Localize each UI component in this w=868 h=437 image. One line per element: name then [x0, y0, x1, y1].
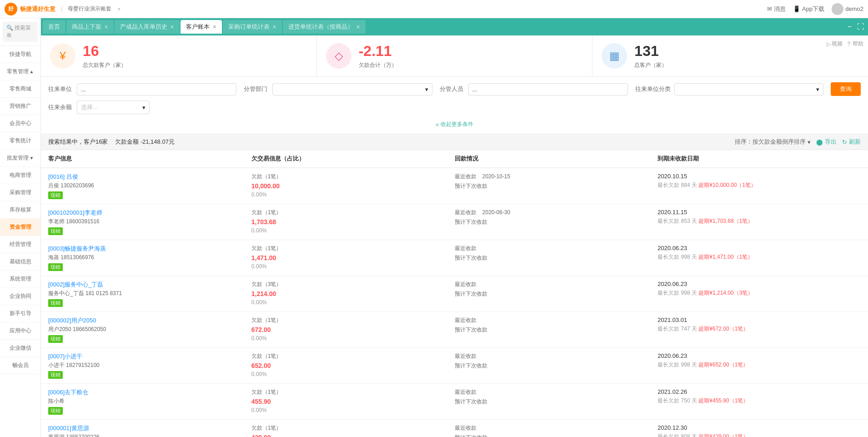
video-icon: ▷	[827, 41, 831, 47]
sidebar-item-batch-mgmt[interactable]: 批发管理 ▼	[0, 150, 40, 167]
overdue-detail-link[interactable]: 超期¥455.90（1笔）	[698, 397, 748, 404]
sidebar-item-label: 应用中心	[3, 327, 38, 335]
customer-name-link[interactable]: [0007]小进干	[48, 353, 82, 360]
tab-actions: − ⛶	[846, 22, 866, 32]
stat-value-total: 131	[634, 43, 667, 60]
search-button[interactable]: 查询	[831, 82, 861, 96]
sidebar-item-ecommerce[interactable]: 电商管理	[0, 167, 40, 184]
tab-production-history[interactable]: 产成品入库单历史 ✕	[115, 20, 180, 34]
stat-label-amount: 欠款合计（万）	[359, 61, 397, 69]
sidebar-item-retail-mall[interactable]: 零售商城	[0, 80, 40, 98]
tab-customer-account[interactable]: 客户账本 ✕	[181, 20, 222, 34]
sort-label: 排序：按欠款金额倒序排序	[735, 138, 806, 146]
overdue-detail-link[interactable]: 超期¥672.00（1笔）	[698, 326, 748, 332]
tab-minimize-btn[interactable]: −	[846, 22, 853, 32]
from-unit-input[interactable]: ...	[77, 83, 236, 95]
user-avatar-btn[interactable]: demo2	[832, 3, 863, 15]
sidebar-item-system[interactable]: 系统管理	[0, 271, 40, 288]
stat-card-overdue-customers: ¥ 16 总欠款客户（家）	[41, 35, 317, 76]
sidebar-item-retail-stats[interactable]: 零售统计	[0, 132, 40, 150]
sidebar-item-wechat[interactable]: 企业微信	[0, 340, 40, 357]
sidebar-item-basic[interactable]: 基础信息	[0, 253, 40, 271]
balance-select[interactable]: 选择... ▾	[77, 100, 150, 114]
sidebar-item-inventory[interactable]: 库存核算	[0, 201, 40, 219]
tab-close-production-history[interactable]: ✕	[170, 24, 174, 30]
customer-name-link[interactable]: [000001]黄思源	[48, 425, 89, 432]
collection-cell: 最近收款 预计下次收款	[455, 316, 658, 334]
tab-maximize-btn[interactable]: ⛶	[855, 22, 866, 32]
refresh-icon: ↻	[842, 139, 847, 146]
export-button[interactable]: ⬤ 导出	[816, 138, 837, 146]
overdue-detail-link[interactable]: 超期¥1,214.00（3笔）	[698, 290, 753, 296]
customer-name-link[interactable]: [0001020001]李老师	[48, 209, 102, 216]
overdue-detail-link[interactable]: 超期¥1,703.68（1笔）	[698, 218, 753, 224]
arrow-icon: ▼	[30, 156, 34, 161]
sidebar-item-vip[interactable]: 畅会员	[0, 357, 40, 374]
debt-info-cell: 欠款（1笔） 429.00 0.00%	[251, 424, 455, 437]
label-balance: 往来余额	[48, 103, 73, 111]
sidebar-item-marketing[interactable]: 营销推广	[0, 98, 40, 115]
phone-icon: 📱	[793, 5, 800, 12]
search-row-2: 往来余额 选择... ▾	[48, 100, 861, 114]
tab-close-customer-account[interactable]: ✕	[212, 24, 216, 30]
sidebar-item-finance[interactable]: 资金管理	[0, 219, 40, 236]
tab-home[interactable]: 首页	[43, 20, 65, 34]
customer-name-link[interactable]: [0006]去下粮仓	[48, 389, 88, 396]
debt-info-cell: 欠款（3笔） 1,214.00 0.00%	[251, 281, 455, 306]
tab-product-listing[interactable]: 商品上下架 ✕	[66, 20, 114, 34]
due-date-cell: 2020.06.23 最长欠款 998 天 超期¥1,214.00（3笔）	[657, 281, 861, 297]
branch-dept-select[interactable]: ▾	[272, 83, 432, 95]
tenant-dropdown-icon[interactable]: ▾	[118, 6, 120, 12]
tab-label: 进货单统计表（按商品）	[288, 23, 353, 31]
stat-card-overdue-amount: ◇ -2.11 欠款合计（万）	[317, 35, 593, 76]
customer-contact: 小进干 18279152100	[48, 362, 251, 369]
export-icon: ⬤	[816, 139, 823, 146]
unit-category-select[interactable]: ▾	[674, 83, 823, 95]
messages-btn[interactable]: ✉ 消息	[767, 5, 786, 13]
tab-close-product-listing[interactable]: ✕	[104, 24, 108, 30]
collection-cell: 最近收款 2020-10-15 预计下次收款	[455, 173, 658, 190]
sidebar-item-newbie[interactable]: 新手引导	[0, 305, 40, 322]
sidebar-item-enterprise[interactable]: 企业协同	[0, 288, 40, 305]
branch-person-input[interactable]: ...	[468, 83, 628, 95]
sort-button[interactable]: 排序：按欠款金额倒序排序 ▾	[735, 138, 811, 146]
stat-value-amount: -2.11	[359, 43, 397, 60]
tab-close-purchase-goods[interactable]: ✕	[356, 24, 360, 30]
sidebar-item-purchase[interactable]: 采购管理	[0, 184, 40, 201]
customer-name-link[interactable]: 吕俊	[66, 173, 78, 180]
customer-tag: 现销	[48, 335, 63, 343]
customer-name-link[interactable]: [000002]用户2050	[48, 317, 96, 324]
overdue-detail-link[interactable]: 超期¥10,000.00（1笔）	[698, 182, 756, 188]
stat-icon-building: ▦	[602, 43, 627, 69]
stat-icon-money: ¥	[50, 43, 75, 69]
header-debt-info: 欠交易信息（占比）	[251, 155, 455, 163]
sidebar-item-operations[interactable]: 经营管理	[0, 236, 40, 253]
overdue-detail-link[interactable]: 超期¥1,471.00（1笔）	[698, 254, 753, 260]
tab-purchase-goods[interactable]: 进货单统计表（按商品） ✕	[283, 20, 366, 34]
tab-purchase-summary[interactable]: 采购订单统计表 ✕	[223, 20, 282, 34]
refresh-button[interactable]: ↻ 刷新	[842, 138, 861, 146]
search-menu-button[interactable]: 🔍 搜索菜单	[3, 22, 38, 42]
sidebar-item-quick-nav[interactable]: 快捷导航	[0, 46, 40, 63]
search-row-1: 往来单位 ... 分管部门 ▾ 分管人员	[48, 82, 861, 96]
sidebar-item-member[interactable]: 会员中心	[0, 115, 40, 132]
sidebar-item-retail-mgmt[interactable]: 零售管理 ▲	[0, 63, 40, 80]
customer-tag: 现销	[48, 407, 63, 415]
stat-info-overdue: 16 总欠款客户（家）	[83, 43, 126, 69]
overdue-detail-link[interactable]: 超期¥429.00（1笔）	[698, 433, 748, 437]
collapse-button[interactable]: « 收起更多条件	[436, 121, 473, 128]
overdue-detail-link[interactable]: 超期¥652.00（1笔）	[698, 362, 748, 368]
customer-name-link[interactable]: [0002]服务中心_丁磊	[48, 281, 103, 288]
app-download-btn[interactable]: 📱 App下载	[793, 5, 824, 13]
label-unit-category: 往来单位分类	[635, 85, 671, 93]
tab-close-purchase-summary[interactable]: ✕	[272, 24, 276, 30]
due-date-cell: 2020.11.15 最长欠款 853 天 超期¥1,703.68（1笔）	[657, 209, 861, 225]
sidebar-search[interactable]: 🔍 搜索菜单	[0, 18, 40, 46]
tab-bar: 首页 商品上下架 ✕ 产成品入库单历史 ✕ 客户账本 ✕ 采购订单统计表 ✕ 进…	[41, 18, 868, 35]
video-help-btn[interactable]: ▷ 视频	[827, 40, 843, 48]
help-btn[interactable]: ？ 帮助	[846, 40, 863, 48]
customer-name-link[interactable]: [0003]畅捷服务尹海蒸	[48, 245, 106, 252]
sidebar-item-app-center[interactable]: 应用中心	[0, 322, 40, 340]
customer-tag: 现销	[48, 299, 63, 307]
sort-icon: ▾	[808, 139, 811, 146]
